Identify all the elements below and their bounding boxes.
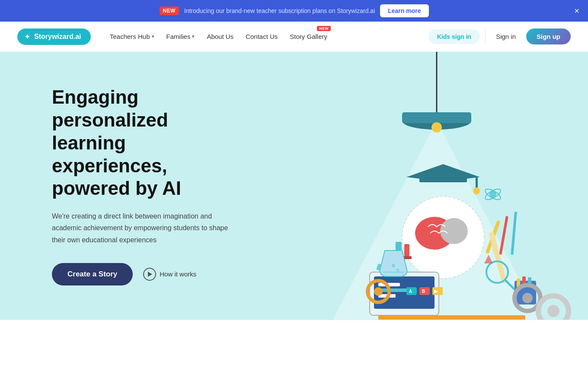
- how-it-works-button[interactable]: How it works: [143, 268, 196, 281]
- hero-svg: A B ▶: [285, 52, 588, 320]
- hero-actions: Create a Story How it works: [52, 263, 242, 285]
- nav-item-contact-us[interactable]: Contact Us: [240, 29, 283, 44]
- svg-rect-33: [499, 216, 508, 255]
- new-tag: NEW: [317, 26, 331, 31]
- banner-learn-more-button[interactable]: Learn more: [380, 4, 428, 17]
- svg-text:A: A: [409, 289, 412, 294]
- bottom-bar: [0, 320, 588, 346]
- nav-item-about-us[interactable]: About Us: [201, 29, 239, 44]
- create-story-button[interactable]: Create a Story: [52, 263, 133, 285]
- svg-rect-3: [402, 112, 471, 123]
- logo-text: Storywizard.ai: [34, 33, 81, 41]
- chevron-down-icon: ▾: [152, 34, 154, 39]
- nav-item-story-gallery[interactable]: NEW Story Gallery: [284, 29, 332, 44]
- nav-links: Teachers Hub ▾ Families ▾ About Us Conta…: [105, 29, 415, 44]
- announcement-banner: NEW Introducing our brand-new teacher su…: [0, 0, 588, 22]
- logo[interactable]: ✦ Storywizard.ai: [17, 29, 91, 45]
- nav-actions: Kids sign in Sign in Sign up: [428, 29, 571, 44]
- logo-icon: ✦: [24, 32, 31, 41]
- hero-subtitle: We're creating a direct link between ima…: [52, 210, 242, 246]
- hero-illustration: A B ▶: [285, 52, 588, 320]
- hero-section: Engaging personalized learning experienc…: [0, 52, 588, 320]
- nav-divider: [485, 30, 486, 43]
- svg-rect-22: [378, 289, 409, 292]
- play-triangle: [148, 272, 152, 277]
- svg-point-8: [473, 187, 480, 194]
- hero-content: Engaging personalized learning experienc…: [0, 60, 242, 311]
- hero-title: Engaging personalized learning experienc…: [52, 86, 242, 200]
- svg-point-52: [392, 264, 395, 267]
- signin-button[interactable]: Sign in: [491, 29, 521, 44]
- svg-text:▶: ▶: [434, 288, 438, 294]
- banner-new-badge: NEW: [160, 6, 179, 15]
- svg-point-53: [396, 269, 399, 271]
- svg-text:B: B: [422, 289, 425, 294]
- kids-signin-button[interactable]: Kids sign in: [428, 29, 480, 44]
- nav-item-families[interactable]: Families ▾: [161, 29, 200, 44]
- banner-text: Introducing our brand-new teacher subscr…: [184, 7, 375, 14]
- banner-close-button[interactable]: ×: [574, 6, 579, 15]
- chevron-down-icon: ▾: [192, 34, 195, 39]
- svg-point-43: [374, 287, 383, 296]
- signup-button[interactable]: Sign up: [526, 29, 571, 44]
- svg-rect-47: [378, 315, 525, 320]
- svg-point-45: [522, 293, 533, 303]
- navbar: ✦ Storywizard.ai Teachers Hub ▾ Families…: [0, 22, 588, 52]
- play-icon: [143, 268, 156, 281]
- nav-item-teachers-hub[interactable]: Teachers Hub ▾: [105, 29, 160, 44]
- svg-point-4: [431, 122, 442, 133]
- svg-rect-17: [404, 244, 409, 256]
- svg-rect-34: [511, 212, 517, 255]
- svg-point-49: [547, 305, 559, 317]
